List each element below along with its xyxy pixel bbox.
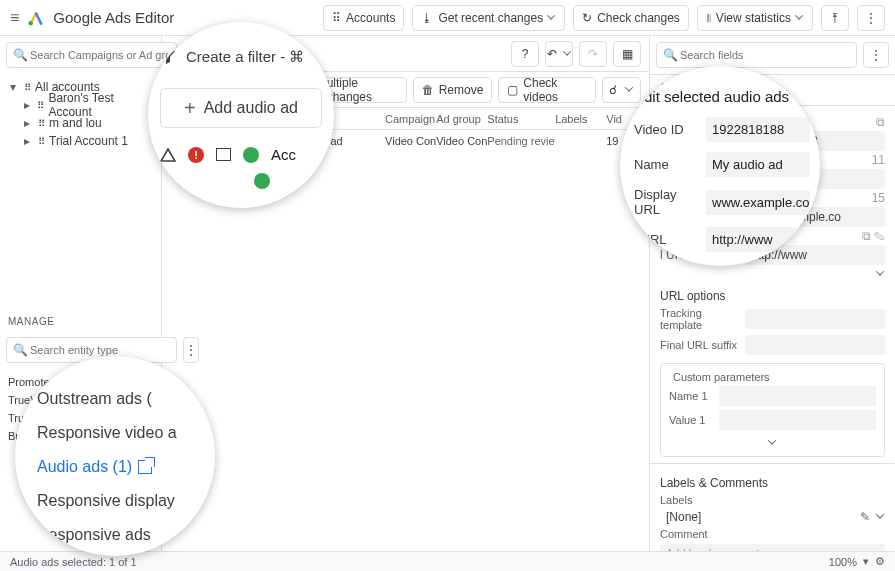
plus-icon: + [184, 97, 196, 120]
final-url-suffix-field[interactable] [745, 335, 885, 355]
open-icon[interactable]: ⧉ [862, 229, 871, 243]
layout-button[interactable]: ▦ [613, 41, 641, 67]
check-videos-button[interactable]: ▢Check videos [498, 77, 596, 103]
bars-icon: ⫴ [706, 11, 711, 25]
chevron-down-icon[interactable] [877, 270, 885, 278]
check-changes-button[interactable]: ↻Check changes [573, 5, 689, 31]
campaign-search[interactable]: 🔍 [6, 42, 177, 68]
redo-button[interactable]: ↷ [579, 41, 607, 67]
gear-icon[interactable]: ⚙ [875, 555, 885, 568]
add-audio-ad-button[interactable]: +Add audio ad [160, 88, 322, 128]
search-icon: 🔍 [13, 48, 28, 62]
refresh-icon: ↻ [582, 11, 592, 25]
url-options-title: URL options [650, 281, 895, 305]
display-url-value[interactable]: www.example.co [706, 190, 810, 215]
comment-box-icon [216, 148, 231, 161]
zoom-bubble-entity-list: Outstream ads ( Responsive video a Audio… [15, 356, 215, 556]
param-name-field[interactable] [719, 386, 876, 406]
expand-icon[interactable] [769, 439, 777, 447]
google-ads-logo [27, 9, 45, 27]
external-link-icon [138, 460, 152, 474]
error-dot-icon: ! [188, 147, 204, 163]
custom-parameters-group: Custom parameters Name 1 Value 1 [660, 363, 885, 457]
entity-item-selected[interactable]: Audio ads (1) [37, 450, 205, 484]
accounts-button[interactable]: ⠿Accounts [323, 5, 404, 31]
warning-triangle-icon [160, 147, 176, 163]
view-statistics-button[interactable]: ⫴View statistics [697, 5, 813, 31]
param-value-field[interactable] [719, 410, 876, 430]
fields-search-more[interactable]: ⋮ [863, 42, 889, 68]
filter-icon: ☌ [609, 83, 617, 97]
tracking-template-field[interactable] [745, 309, 885, 329]
grid-icon: ⠿ [332, 11, 341, 25]
upload-button[interactable]: ⭱ [821, 5, 849, 31]
zoom-bubble-add-audio: Create a filter - ⌘ +Add audio ad ! Acc [148, 22, 334, 208]
edit-icon[interactable]: ✎ [874, 229, 885, 243]
entity-search-input[interactable] [28, 343, 170, 357]
search-icon: 🔍 [13, 343, 28, 357]
status-active-icon [254, 173, 270, 189]
filter-options-button[interactable]: ☌ [602, 77, 641, 103]
entity-item[interactable]: Responsive video a [37, 416, 205, 450]
entity-item[interactable]: Responsive display [37, 484, 205, 518]
footer-status: Audio ads selected: 1 of 1 [10, 556, 137, 568]
zoom-bubble-edit-panel: Edit selected audio ads Video ID19228181… [620, 66, 820, 266]
chevron-down-icon [564, 50, 572, 58]
app-title: Google Ads Editor [53, 9, 174, 26]
undo-button[interactable]: ↶ [545, 41, 573, 67]
tree-account[interactable]: ▸⠿Trial Account 1 [6, 132, 155, 150]
fields-search-input[interactable] [678, 48, 850, 62]
campaign-search-input[interactable] [28, 48, 170, 62]
help-button[interactable]: ? [511, 41, 539, 67]
get-changes-button[interactable]: ⭳Get recent changes [412, 5, 565, 31]
chevron-down-icon [626, 86, 634, 94]
labels-comments-title: Labels & Comments [650, 468, 895, 492]
svg-point-0 [29, 21, 34, 26]
labels-value[interactable]: [None] [660, 510, 860, 524]
name-value[interactable]: My audio ad [706, 152, 810, 177]
zoom-level[interactable]: 100% [829, 556, 857, 568]
search-icon: 🔍 [663, 48, 678, 62]
fields-search[interactable]: 🔍 [656, 42, 857, 68]
entity-item[interactable]: Outstream ads ( [37, 382, 205, 416]
remove-button[interactable]: 🗑Remove [413, 77, 493, 103]
menu-icon[interactable]: ≡ [10, 9, 19, 27]
chevron-down-icon [796, 14, 804, 22]
trash-icon: 🗑 [422, 83, 434, 97]
video-id-value: 1922818188 [706, 117, 810, 142]
chevron-down-icon[interactable] [877, 513, 885, 521]
panel-title: Edit selected audio ads [634, 88, 810, 105]
tree-account[interactable]: ▸⠿Baron's Test Account [6, 96, 155, 114]
download-icon: ⭳ [421, 11, 433, 25]
header-more-button[interactable]: ⋮ [857, 5, 885, 31]
status-active-icon [243, 147, 259, 163]
play-icon: ▢ [507, 83, 518, 97]
open-external-icon[interactable]: ⧉ [876, 115, 885, 129]
chevron-down-icon [548, 14, 556, 22]
pencil-icon[interactable]: ✎ [860, 510, 870, 524]
manage-label: MANAGE [0, 308, 161, 331]
